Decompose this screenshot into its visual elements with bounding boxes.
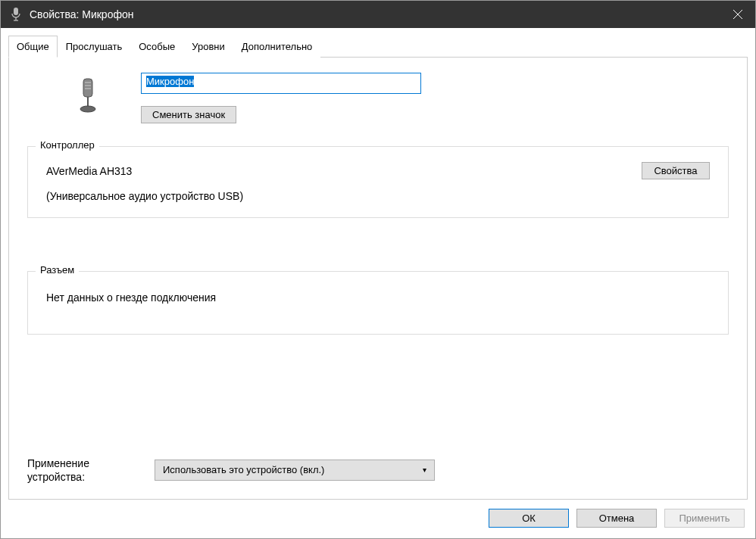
svg-rect-6 — [85, 82, 91, 83]
jack-info-text: Нет данных о гнезде подключения — [46, 287, 710, 319]
svg-rect-0 — [14, 8, 18, 15]
tab-panel-general: Микрофон Сменить значок Контроллер AVerM… — [8, 58, 748, 500]
device-usage-selected: Использовать это устройство (вкл.) — [163, 464, 324, 475]
device-usage-select[interactable]: Использовать это устройство (вкл.) ▾ — [155, 460, 435, 481]
jack-group: Разъем Нет данных о гнезде подключения — [27, 271, 729, 335]
tab-general[interactable]: Общие — [8, 36, 58, 58]
controller-subtitle: (Универсальное аудио устройство USB) — [46, 190, 710, 202]
jack-group-title: Разъем — [36, 264, 79, 276]
window-title: Свойства: Микрофон — [30, 8, 720, 20]
change-icon-button[interactable]: Сменить значок — [141, 106, 236, 123]
controller-name: AVerMedia AH313 — [46, 165, 132, 177]
apply-button[interactable]: Применить — [664, 509, 745, 528]
titlebar: Свойства: Микрофон — [1, 1, 755, 28]
device-icon — [65, 73, 111, 118]
tab-listen[interactable]: Прослушать — [58, 36, 131, 58]
tab-custom[interactable]: Особые — [130, 36, 183, 58]
microphone-icon — [10, 7, 22, 22]
svg-rect-8 — [85, 88, 91, 89]
tab-advanced[interactable]: Дополнительно — [233, 36, 321, 58]
controller-group-title: Контроллер — [36, 139, 99, 151]
svg-point-10 — [80, 106, 95, 112]
svg-rect-7 — [85, 85, 91, 86]
ok-button[interactable]: ОК — [489, 509, 569, 528]
dialog-buttons: ОК Отмена Применить — [8, 500, 748, 538]
device-name-input[interactable]: Микрофон — [141, 73, 421, 94]
controller-group: Контроллер AVerMedia AH313 Свойства (Уни… — [27, 146, 729, 218]
cancel-button[interactable]: Отмена — [576, 509, 657, 528]
chevron-down-icon: ▾ — [423, 466, 426, 474]
tab-bar: Общие Прослушать Особые Уровни Дополните… — [8, 36, 748, 58]
close-button[interactable] — [720, 1, 755, 28]
device-usage-label: Применение устройства: — [27, 456, 133, 484]
tab-levels[interactable]: Уровни — [183, 36, 233, 58]
controller-properties-button[interactable]: Свойства — [642, 162, 710, 179]
